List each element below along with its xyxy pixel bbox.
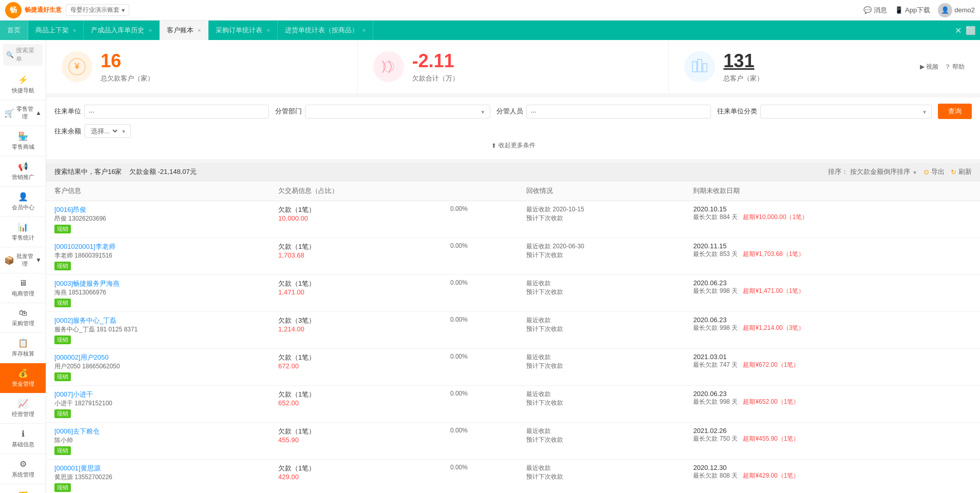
td-debt-ratio-1: 0.00%	[442, 238, 518, 275]
retail-mgmt-icon: 🛒	[4, 108, 14, 118]
dept-dropdown-icon	[481, 108, 486, 115]
nav-tab-account[interactable]: 客户账本 ×	[160, 21, 208, 40]
sidebar-search-box[interactable]: 🔍 搜索菜单	[3, 44, 43, 66]
td-recovery-4: 最近收款 预计下次收款	[518, 349, 685, 386]
overdue-amount-0[interactable]: 超期¥10,000.00（1笔）	[743, 213, 808, 221]
debt-amount-5[interactable]: 652.00	[278, 399, 434, 407]
sidebar-item-base-info[interactable]: ℹ 基础信息	[0, 424, 46, 454]
due-date-3: 2020.06.23	[693, 316, 972, 324]
query-button[interactable]: 查询	[938, 104, 972, 119]
td-debt-ratio-6: 0.00%	[442, 423, 518, 460]
sidebar-item-retail-mall[interactable]: 🏪 零售商城	[0, 126, 46, 156]
debt-amount-1[interactable]: 1,703.68	[278, 251, 434, 259]
store-selector[interactable]: 母婴行业演示账套 ▾	[66, 4, 129, 16]
filter-collapse-btn[interactable]: ⬆ 收起更多条件	[57, 141, 969, 150]
nav-tab-purchase[interactable]: 采购订单统计表 ×	[208, 21, 277, 40]
nav-tab-goods-close[interactable]: ×	[73, 27, 76, 33]
sidebar-item-quick-nav[interactable]: ⚡ 快捷导航	[0, 70, 46, 100]
nav-tab-account-close[interactable]: ×	[198, 27, 201, 33]
customer-tag-5: 现销	[54, 409, 71, 418]
nav-expand-btn[interactable]: ⬜	[966, 26, 976, 35]
td-recovery-6: 最近收款 预计下次收款	[518, 423, 685, 460]
debt-count-5: 欠款（1笔）	[278, 390, 434, 399]
sidebar-item-purchase-mgmt[interactable]: 🛍 采购管理	[0, 303, 46, 333]
customer-id-7[interactable]: [000001]黄思源	[54, 464, 101, 472]
balance-select[interactable]: 选择... 有欠款 无欠款	[84, 124, 131, 138]
debt-amount-4[interactable]: 672.00	[278, 362, 434, 370]
nav-tab-inbound[interactable]: 进货单统计表（按商品） ×	[278, 21, 373, 40]
overdue-days-1: 最长欠款 853 天	[693, 250, 741, 258]
overdue-amount-3[interactable]: 超期¥1,214.00（3笔）	[743, 324, 804, 331]
stat-help-actions: ▶ 视频 ？ 帮助	[920, 63, 965, 71]
sidebar-item-sys-mgmt[interactable]: ⚙ 系统管理	[0, 454, 46, 484]
overdue-amount-6[interactable]: 超期¥455.90（1笔）	[743, 435, 799, 442]
results-actions: 排序： 按欠款金额倒序排序 ⊙ 导出 ↻ 刷新	[828, 167, 972, 176]
nav-tab-home[interactable]: 首页	[0, 21, 28, 40]
debt-amount-6[interactable]: 455.90	[278, 436, 434, 444]
customer-phone-7: 黄思源 13552700226	[54, 473, 262, 482]
customer-id-1[interactable]: [0001020001]李老师	[54, 243, 116, 250]
nav-tab-production[interactable]: 产成品入库单历史 ×	[84, 21, 159, 40]
sidebar-item-enterprise[interactable]: 🤝 企业协同	[0, 484, 46, 493]
nav-tab-inbound-close[interactable]: ×	[362, 27, 366, 33]
sidebar-item-ecommerce[interactable]: 🖥 电商管理	[0, 273, 46, 303]
sort-select[interactable]: 排序： 按欠款金额倒序排序	[828, 167, 917, 176]
stat-help-btn[interactable]: ？ 帮助	[945, 63, 965, 71]
message-btn[interactable]: 💬 消息	[863, 6, 887, 15]
customer-id-2[interactable]: [0003]畅捷服务尹海燕	[54, 280, 120, 287]
td-recovery-1: 最近收款 2020-06-30 预计下次收款	[518, 238, 685, 275]
refresh-btn[interactable]: ↻ 刷新	[951, 167, 972, 176]
customer-id-0[interactable]: [0016]昂俊	[54, 206, 86, 213]
overdue-amount-5[interactable]: 超期¥652.00（1笔）	[743, 398, 799, 405]
overdue-amount-1[interactable]: 超期¥1,703.68（1笔）	[743, 250, 804, 258]
membership-icon: 👤	[18, 192, 28, 202]
debt-amount-2[interactable]: 1,471.00	[278, 288, 434, 296]
sort-label: 排序：	[828, 167, 848, 176]
nav-tab-production-close[interactable]: ×	[148, 27, 151, 33]
purchase-mgmt-label: 采购管理	[12, 320, 34, 327]
nav-close-btn[interactable]: ✕	[955, 26, 962, 35]
sidebar-item-marketing[interactable]: 📢 营销推广	[0, 156, 46, 187]
filter-select-dept[interactable]	[305, 105, 490, 119]
sidebar-item-capital-mgmt[interactable]: 💰 资金管理	[0, 363, 46, 393]
export-btn[interactable]: ⊙ 导出	[924, 167, 945, 176]
filter-select-unit-category[interactable]	[760, 105, 932, 119]
enterprise-icon: 🤝	[18, 489, 28, 493]
sidebar-item-retail-mgmt[interactable]: 🛒 零售管理 ▲	[0, 100, 46, 126]
nav-tab-goods[interactable]: 商品上下架 ×	[28, 21, 84, 40]
sidebar-item-retail-stats[interactable]: 📊 零售统计	[0, 217, 46, 247]
customer-id-6[interactable]: [0006]去下粮仓	[54, 427, 100, 435]
filter-label-manager: 分管人员	[496, 107, 523, 116]
overdue-amount-4[interactable]: 超期¥672.00（1笔）	[743, 361, 799, 368]
sidebar-search-area[interactable]: 🔍 搜索菜单	[0, 40, 46, 70]
nav-tab-purchase-close[interactable]: ×	[266, 27, 270, 33]
balance-select-input[interactable]: 选择... 有欠款 无欠款	[89, 127, 119, 135]
stat-video-btn[interactable]: ▶ 视频	[920, 63, 938, 71]
customer-tag-4: 现销	[54, 372, 71, 381]
customer-id-3[interactable]: [0002]服务中心_丁磊	[54, 317, 117, 324]
overdue-amount-2[interactable]: 超期¥1,471.00（1笔）	[743, 287, 804, 294]
filter-area: 往来单位 ··· 分管部门 分管人员	[46, 97, 980, 159]
table-row: [0002]服务中心_丁磊 服务中心_丁磊 181 0125 8371 现销 欠…	[46, 312, 980, 349]
filter-input-customer-unit[interactable]: ···	[84, 105, 269, 119]
td-debt-ratio-5: 0.00%	[442, 386, 518, 423]
debt-amount-7[interactable]: 429.00	[278, 473, 434, 481]
customer-id-5[interactable]: [0007]小进干	[54, 390, 93, 398]
user-profile-btn[interactable]: 👤 demo2	[938, 3, 975, 17]
td-customer-2: [0003]畅捷服务尹海燕 海燕 18513066976 现销	[46, 275, 270, 312]
filter-collapse[interactable]: ⬆ 收起更多条件	[54, 138, 972, 153]
results-info: 搜索结果中，客户16家 欠款金额 -21,148.07元	[54, 167, 197, 176]
sidebar-item-inventory[interactable]: 📋 库存核算	[0, 333, 46, 363]
last-collect-6: 最近收款	[526, 427, 677, 436]
nav-tab-inbound-label: 进货单统计表（按商品）	[285, 26, 358, 35]
overdue-amount-7[interactable]: 超期¥429.00（1笔）	[743, 472, 799, 479]
debt-amount-3[interactable]: 1,214.00	[278, 325, 434, 333]
sidebar-item-batch-mgmt[interactable]: 📦 批发管理 ▼	[0, 247, 46, 273]
sidebar-item-membership[interactable]: 👤 会员中心	[0, 187, 46, 217]
customer-id-4[interactable]: [000002]用户2050	[54, 353, 109, 361]
filter-input-manager[interactable]: ···	[526, 105, 711, 119]
debt-amount-0[interactable]: 10,000.00	[278, 214, 434, 222]
td-due-date-4: 2021.03.01 最长欠款 747 天 超期¥672.00（1笔）	[685, 349, 980, 386]
app-download-btn[interactable]: 📱 App下载	[895, 6, 930, 15]
sidebar-item-operations[interactable]: 📈 经营管理	[0, 393, 46, 424]
